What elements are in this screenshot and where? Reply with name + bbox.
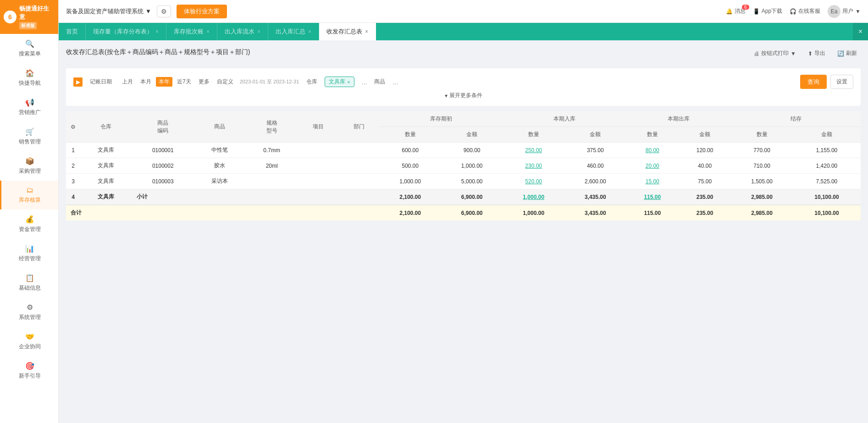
user-action[interactable]: Ea 用户 ▼ xyxy=(828,5,861,18)
cell-open-qty: 600.00 xyxy=(379,143,441,158)
print-button[interactable]: 🖨 按钮式打印 ▼ xyxy=(750,48,800,59)
sidebar-item-marketing[interactable]: 📢营销推广 xyxy=(0,93,58,122)
cell-out-qty[interactable]: 20.00 xyxy=(626,158,679,174)
sidebar-label-quick: 快捷导航 xyxy=(19,79,41,87)
sidebar-nav: 🔍搜索菜单🏠快捷导航📢营销推广🛒销售管理📦采购管理🗂库存核算💰资金管理📊经营管理… xyxy=(0,34,58,423)
sidebar-label-system: 系统管理 xyxy=(19,313,41,321)
page-toolbar: 🖨 按钮式打印 ▼ ⬆ 导出 🔄 刷新 xyxy=(750,48,861,59)
date-last-month[interactable]: 上月 xyxy=(119,77,136,87)
tab-flow[interactable]: 出入库流水× xyxy=(217,23,268,40)
sidebar-item-quick[interactable]: 🏠快捷导航 xyxy=(0,63,58,93)
sidebar-label-marketing: 营销推广 xyxy=(19,109,41,116)
st-close-amt: 10,100.00 xyxy=(793,189,861,205)
filter-row-1: ▶ 记账日期 上月 本月 本年 近7天 更多 自定义 2023-01-01 至 … xyxy=(73,75,853,89)
date-more[interactable]: 更多 xyxy=(196,77,212,87)
cell-in-qty[interactable]: 230.00 xyxy=(503,158,564,174)
tab-batch[interactable]: 库存批次账× xyxy=(166,23,217,40)
th-settings[interactable]: ⚙ xyxy=(66,111,80,143)
messages-action[interactable]: 🔔 消息 6 xyxy=(726,7,746,15)
expand-more-btn[interactable]: ▾ 展开更多条件 xyxy=(73,89,853,99)
sidebar-logo: 6 畅捷通好生意 标准版 xyxy=(0,0,58,34)
st-in-qty: 1,000.00 xyxy=(503,189,564,205)
cell-close-amt: 7,525.00 xyxy=(793,174,861,189)
tab-label-flow: 出入库流水 xyxy=(225,27,254,36)
st-open-amt: 6,900.00 xyxy=(441,189,503,205)
cell-goods-name: 采访本 xyxy=(194,174,246,189)
tab-home[interactable]: 首页 xyxy=(59,23,86,40)
sidebar-item-system[interactable]: ⚙系统管理 xyxy=(0,297,58,327)
tab-close-flow[interactable]: × xyxy=(257,28,260,35)
sidebar-item-operation[interactable]: 📊经营管理 xyxy=(0,239,58,268)
th-in-qty: 数量 xyxy=(503,127,564,143)
tab-summary_io[interactable]: 出入库汇总× xyxy=(268,23,319,40)
sidebar-item-finance[interactable]: 💰资金管理 xyxy=(0,209,58,239)
table-row: 2 文具库 0100002 胶水 20ml 500.00 1,000.00 23… xyxy=(66,158,861,174)
warehouse-tag-close[interactable]: × xyxy=(347,79,350,85)
online-service-action[interactable]: 🎧 在线客服 xyxy=(790,7,820,15)
sidebar-label-operation: 经营管理 xyxy=(19,255,41,263)
cell-out-qty[interactable]: 80.00 xyxy=(626,143,679,158)
date-7days[interactable]: 近7天 xyxy=(174,77,194,87)
messages-badge: 6 xyxy=(742,5,749,10)
sidebar-item-corp[interactable]: 🤝企业协同 xyxy=(0,327,58,356)
sidebar-item-newbie[interactable]: 🎯新手引导 xyxy=(0,356,58,385)
tab-label-home: 首页 xyxy=(66,27,78,36)
cell-goods-spec: 20ml xyxy=(245,158,298,174)
sidebar-label-purchase: 采购管理 xyxy=(19,167,41,175)
tab-close-stock_dist[interactable]: × xyxy=(155,28,159,35)
cell-goods-code: 0100002 xyxy=(132,158,194,174)
cell-open-qty: 1,000.00 xyxy=(379,174,441,189)
date-this-month[interactable]: 本月 xyxy=(138,77,154,87)
cell-warehouse: 文具库 xyxy=(80,143,132,158)
cell-in-qty[interactable]: 520.00 xyxy=(503,174,564,189)
app-download-action[interactable]: 📱 App下载 xyxy=(753,7,782,15)
export-button[interactable]: ⬆ 导出 xyxy=(804,48,829,59)
gear-button[interactable]: ⚙ xyxy=(157,5,171,17)
date-custom[interactable]: 自定义 xyxy=(214,77,236,87)
system-title[interactable]: 装备及固定资产辅助管理系统 ▼ xyxy=(66,7,151,16)
filter-collapse-btn[interactable]: ▶ xyxy=(73,77,83,87)
cell-close-qty: 710.00 xyxy=(731,158,793,174)
cell-out-amt: 40.00 xyxy=(679,158,731,174)
st-in-amt: 3,435.00 xyxy=(564,189,626,205)
close-all-tabs[interactable]: × xyxy=(853,23,868,40)
th-open-qty: 数量 xyxy=(379,127,441,143)
tab-label-batch: 库存批次账 xyxy=(174,27,204,36)
tab-recv_summary[interactable]: 收发存汇总表× xyxy=(319,23,376,40)
tab-close-batch[interactable]: × xyxy=(206,28,210,35)
sidebar-icon-corp: 🤝 xyxy=(25,332,34,341)
filter-card: ▶ 记账日期 上月 本月 本年 近7天 更多 自定义 2023-01-01 至 … xyxy=(66,68,861,106)
query-button[interactable]: 查询 xyxy=(800,75,827,89)
date-this-year[interactable]: 本年 xyxy=(156,77,172,87)
goods-more-btn[interactable]: ... xyxy=(393,78,398,86)
sidebar-item-basic[interactable]: 📋基础信息 xyxy=(0,268,58,297)
sidebar-item-sales[interactable]: 🛒销售管理 xyxy=(0,122,58,151)
cell-no: 1 xyxy=(66,143,80,158)
th-warehouse: 仓库 xyxy=(80,111,132,143)
date-range: 2023-01-01 至 2023-12-31 xyxy=(240,78,299,85)
headset-icon: 🎧 xyxy=(790,8,796,15)
cell-dept xyxy=(339,158,380,174)
refresh-button[interactable]: 🔄 刷新 xyxy=(834,48,861,59)
sidebar-icon-quick: 🏠 xyxy=(25,69,34,77)
cell-out-amt: 120.00 xyxy=(679,143,731,158)
sidebar-icon-inventory: 🗂 xyxy=(26,186,33,194)
sidebar-item-inventory[interactable]: 🗂库存核算 xyxy=(0,181,58,209)
cell-warehouse: 文具库 xyxy=(80,174,132,189)
cell-out-qty[interactable]: 15.00 xyxy=(626,174,679,189)
warehouse-more-btn[interactable]: ... xyxy=(362,78,367,86)
settings-button[interactable]: 设置 xyxy=(830,75,853,89)
sidebar-item-purchase[interactable]: 📦采购管理 xyxy=(0,151,58,181)
cell-close-amt: 1,420.00 xyxy=(793,158,861,174)
sidebar-icon-finance: 💰 xyxy=(25,215,34,224)
tab-close-recv_summary[interactable]: × xyxy=(365,28,368,35)
th-dept: 部门 xyxy=(339,111,380,143)
th-out-qty: 数量 xyxy=(626,127,679,143)
date-group: 上月 本月 本年 近7天 更多 自定义 2023-01-01 至 2023-12… xyxy=(119,77,299,87)
experience-button[interactable]: 体验行业方案 xyxy=(177,5,227,18)
cell-in-qty[interactable]: 250.00 xyxy=(503,143,564,158)
sidebar-item-search[interactable]: 🔍搜索菜单 xyxy=(0,34,58,63)
tab-stock_dist[interactable]: 现存量（库存分布表）× xyxy=(86,23,166,40)
tab-close-summary_io[interactable]: × xyxy=(308,28,311,35)
sidebar-icon-basic: 📋 xyxy=(25,274,34,282)
